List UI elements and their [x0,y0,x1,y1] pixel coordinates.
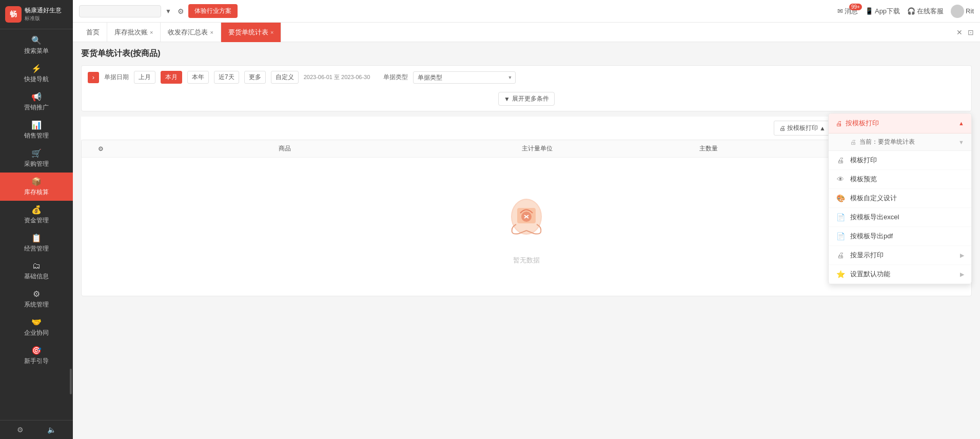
online-service-label: 在线客服 [917,7,944,16]
dropdown-item-template-print[interactable]: 🖨 模板打印 [829,151,971,170]
search-input[interactable] [84,8,145,15]
tabs-bar: 首页 库存批次账 × 收发存汇总表 × 要货单统计表 × ✕ ⊡ [73,23,980,42]
date-filter-label: 单据日期 [104,73,129,82]
date-btn-last-month[interactable]: 上月 [134,71,155,84]
user-avatar-btn[interactable]: Rit [951,5,974,18]
col-quantity: 主数量 [623,144,794,153]
display-print-arrow: ▶ [960,252,964,259]
sidebar-icon-purchase: 🛒 [31,148,42,158]
headset-icon: 🎧 [907,7,915,15]
window-controls: ✕ ⊡ [956,28,974,36]
online-service-btn[interactable]: 🎧 在线客服 [907,7,944,16]
window-maximize-btn[interactable]: ⊡ [968,28,974,36]
search-dropdown-btn[interactable]: ▼ [165,8,171,15]
dropdown-item-export-pdf[interactable]: 📄 按模板导出pdf [829,227,971,246]
date-btn-this-month[interactable]: 本月 [161,71,182,84]
app-name: 畅康通好生意 [25,7,62,15]
tab-order-summary-close[interactable]: × [270,29,273,35]
print-arrow-icon: ▲ [819,125,826,132]
date-btn-this-year[interactable]: 本年 [187,71,209,84]
dropdown-item-template-design[interactable]: 🎨 模板自定义设计 [829,189,971,208]
sidebar-item-basic[interactable]: 🗂 基础信息 [0,257,73,285]
current-template-arrow[interactable]: ▼ [958,139,964,145]
print-template-icon: 🖨 [836,120,842,127]
date-btn-more[interactable]: 更多 [244,71,266,84]
dropdown-title-label: 按模板打印 [846,119,879,128]
dropdown-item-display-print[interactable]: 🖨 按显示打印 ▶ [829,246,971,265]
sidebar-label-system: 系统管理 [24,300,49,309]
dropdown-item-set-default[interactable]: ⭐ 设置默认功能 ▶ [829,265,971,284]
sidebar-footer: ⚙ 🔈 [0,420,73,439]
tab-batch-account-close[interactable]: × [150,29,153,35]
tab-receipt-summary[interactable]: 收发存汇总表 × [161,23,221,42]
sidebar-label-search: 搜索菜单 [24,47,49,55]
messages-btn[interactable]: ✉ 消息 99+ [837,7,858,16]
sidebar-label-quick-nav: 快捷导航 [24,75,49,84]
window-close-btn[interactable]: ✕ [956,28,963,36]
avatar [951,5,964,18]
sidebar-item-search[interactable]: 🔍 搜索菜单 [0,31,73,60]
dropdown-item-template-preview[interactable]: 👁 模板预览 [829,170,971,189]
sidebar-item-enterprise[interactable]: 🤝 企业协同 [0,313,73,341]
tab-home[interactable]: 首页 [79,23,107,42]
set-default-arrow: ▶ [960,271,964,278]
col-product: 商品 [117,144,452,153]
date-btn-last-7[interactable]: 近7天 [214,71,239,84]
current-template-label: 当前：要货单统计表 [859,138,915,146]
display-print-icon: 🖨 [836,251,845,259]
user-name: Rit [966,7,974,15]
template-design-label: 模板自定义设计 [850,194,964,203]
tab-receipt-summary-close[interactable]: × [210,29,213,35]
col-unit: 主计量单位 [452,144,623,153]
set-default-label: 设置默认功能 [850,270,955,279]
expand-filter-btn[interactable]: ▼ 展开更多条件 [498,92,555,106]
sidebar-item-marketing[interactable]: 📢 营销推广 [0,88,73,116]
sidebar-label-finance: 资金管理 [24,216,49,225]
filter-bar: › 单据日期 上月 本月 本年 近7天 更多 自定义 2023-06-01 至 … [81,65,972,111]
dropdown-title: 🖨 按模板打印 [836,119,879,128]
app-download-btn[interactable]: 📱 App下载 [865,7,900,16]
tab-order-summary[interactable]: 要货单统计表 × [221,23,281,42]
trial-btn[interactable]: 体验行业方案 [188,4,238,18]
sidebar-label-basic: 基础信息 [24,272,49,281]
sidebar-item-finance[interactable]: 💰 资金管理 [0,201,73,229]
search-bar[interactable] [79,5,161,17]
empty-text: 暂无数据 [513,256,540,265]
sidebar-item-quick-nav[interactable]: ⚡ 快捷导航 [0,60,73,88]
dropdown-item-export-excel[interactable]: 📄 按模板导出excel [829,208,971,227]
table-settings-btn[interactable]: ⚙ [88,145,113,152]
sidebar-item-inventory[interactable]: 📦 库存核算 [0,173,73,201]
dropdown-header: 🖨 按模板打印 ▲ [829,113,971,133]
sidebar-item-system[interactable]: ⚙ 系统管理 [0,285,73,313]
app-download-icon: 📱 [865,7,873,15]
tab-receipt-summary-label: 收发存汇总表 [168,28,208,37]
sidebar-icon-guide: 🎯 [31,346,42,355]
sidebar-label-sales: 销售管理 [24,131,49,140]
set-default-icon: ⭐ [836,270,845,278]
logo-icon: 畅 [5,6,22,23]
sidebar-item-purchase[interactable]: 🛒 采购管理 [0,144,73,173]
printer-icon: 🖨 [779,125,786,132]
export-pdf-icon: 📄 [836,232,845,240]
sidebar-item-operation[interactable]: 📋 经营管理 [0,229,73,257]
order-type-label: 单据类型 [383,73,408,82]
template-print-label: 模板打印 [850,156,964,165]
filter-collapse-btn[interactable]: › [88,72,99,83]
page-title: 要货单统计表(按商品) [81,48,972,59]
dropdown-collapse-btn[interactable]: ▲ [958,120,964,126]
topbar-right: ✉ 消息 99+ 📱 App下载 🎧 在线客服 Rit [837,5,974,18]
date-btn-custom[interactable]: 自定义 [271,71,299,84]
settings-footer-icon[interactable]: ⚙ [17,426,24,434]
sidebar-item-guide[interactable]: 🎯 新手引导 [0,341,73,369]
tab-batch-account[interactable]: 库存批次账 × [107,23,161,42]
sidebar-icon-finance: 💰 [31,205,42,215]
audio-footer-icon[interactable]: 🔈 [47,426,56,434]
filter-row: › 单据日期 上月 本月 本年 近7天 更多 自定义 2023-06-01 至 … [88,71,965,84]
print-btn[interactable]: 🖨 按模板打印 ▲ [774,121,831,136]
empty-illustration [501,188,552,250]
sidebar-item-sales[interactable]: 📊 销售管理 [0,116,73,144]
message-icon: ✉ [837,7,843,15]
order-type-select[interactable]: 单据类型 [413,71,516,84]
expand-icon: ▼ [504,96,510,103]
topbar-gear-icon[interactable]: ⚙ [178,7,184,15]
